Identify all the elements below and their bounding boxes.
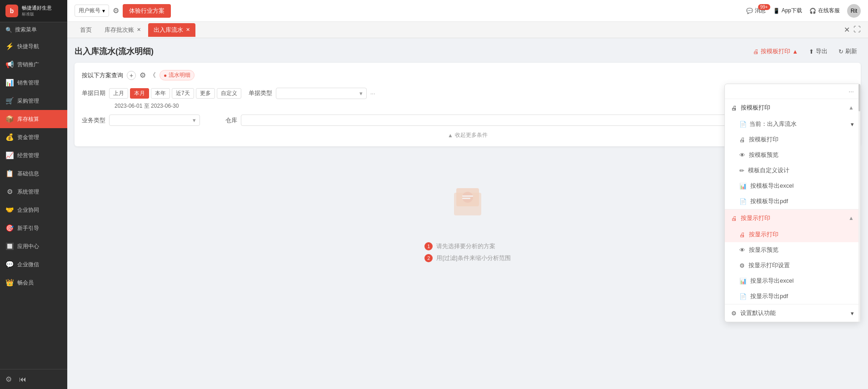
sidebar-item-appstore[interactable]: 🔲 应用中心 — [0, 237, 67, 255]
finance-icon: 💰 — [5, 133, 14, 141]
newbie-icon: 🎯 — [5, 224, 14, 232]
appstore-icon: 🔲 — [5, 242, 14, 250]
content-area: 出入库流水(流水明细) 🖨 按模板打印 ▲ ⬆ 导出 ↻ 刷新 — [67, 38, 868, 389]
operations-icon: 📈 — [5, 151, 14, 160]
date-btn-custom[interactable]: 自定义 — [217, 88, 241, 99]
dp-display-header[interactable]: 🖨 按显示打印 ▲ — [725, 209, 860, 227]
dp-template-pdf-item[interactable]: 📄 按模板导出pdf — [725, 194, 860, 209]
dp-template-preview-item[interactable]: 👁 按模板预览 — [725, 147, 860, 163]
tab-home[interactable]: 首页 — [75, 23, 97, 37]
message-icon: 💬 — [746, 8, 753, 14]
dp-display-excel-item[interactable]: 📊 按显示导出excel — [725, 273, 860, 289]
empty-illustration — [445, 179, 490, 233]
sidebar-item-finance[interactable]: 💰 资金管理 — [0, 128, 67, 146]
biztype-select[interactable]: ▾ — [109, 115, 200, 126]
date-buttons: 上月 本月 本年 近7天 更多 自定义 — [109, 88, 241, 99]
maximize-window-icon[interactable]: ⛶ — [853, 25, 861, 34]
message-btn[interactable]: 💬 消息 99+ — [746, 7, 766, 15]
dp-settings-footer[interactable]: ⚙ 设置默认功能 ▾ — [725, 304, 860, 322]
sidebar-item-sales[interactable]: 📊 销售管理 — [0, 74, 67, 92]
sidebar-item-purchase[interactable]: 🛒 采购管理 — [0, 92, 67, 110]
quicknav-icon: ⚡ — [5, 42, 14, 50]
sidebar-item-inventory[interactable]: 📦 库存核算 — [0, 110, 67, 128]
date-btn-more[interactable]: 更多 — [196, 88, 215, 99]
dropdown-more-icon[interactable]: ··· — [848, 88, 854, 95]
date-btn-thisyear[interactable]: 本年 — [151, 88, 170, 99]
sidebar-item-newbie[interactable]: 🎯 新手引导 — [0, 219, 67, 237]
sidebar-item-system[interactable]: ⚙ 系统管理 — [0, 183, 67, 201]
filter-date-field: 单据日期 上月 本月 本年 近7天 更多 自定义 — [82, 88, 241, 99]
header: 用户账号 ▾ ⚙ 体验行业方案 💬 消息 99+ 📱 App下载 🎧 在线客服 … — [67, 0, 868, 22]
user-selector[interactable]: 用户账号 ▾ — [75, 5, 109, 17]
collapse-sidebar-icon[interactable]: ⏮ — [19, 375, 26, 384]
dp-display-print-item[interactable]: 🖨 按显示打印 — [725, 227, 860, 242]
print-btn[interactable]: 🖨 按模板打印 ▲ — [749, 45, 802, 57]
filter-collapse-btn[interactable]: 《 — [150, 71, 156, 80]
trial-btn[interactable]: 体验行业方案 — [123, 4, 171, 18]
settings-footer-icon[interactable]: ⚙ — [5, 375, 12, 384]
doctype-more-icon[interactable]: ··· — [370, 90, 375, 97]
filter-chip-liushui[interactable]: ● 流水明细 — [160, 70, 195, 80]
date-btn-7days[interactable]: 近7天 — [172, 88, 194, 99]
filter-header: 按以下方案查询 + ⚙ 《 ● 流水明细 — [82, 70, 853, 80]
date-btn-lastmonth[interactable]: 上月 — [109, 88, 128, 99]
empty-hints: 1 请先选择要分析的方案 2 用[过滤]条件来缩小分析范围 — [424, 242, 510, 266]
dp-display-preview-item[interactable]: 👁 按显示预览 — [725, 242, 860, 258]
current-template-icon: 📄 — [739, 121, 747, 128]
dp-template-custom-item[interactable]: ✏ 模板自定义设计 — [725, 163, 860, 178]
svg-rect-3 — [462, 195, 473, 197]
sidebar-item-operations[interactable]: 📈 经营管理 — [0, 146, 67, 165]
app-download-btn[interactable]: 📱 App下载 — [773, 7, 802, 15]
scrollbar-thumb[interactable] — [858, 84, 860, 111]
tab-flow[interactable]: 出入库流水 ✕ — [148, 23, 195, 37]
sidebar-footer: ⚙ ⏮ — [0, 369, 67, 389]
filter-add-btn[interactable]: + — [127, 71, 136, 80]
dp-template-collapse-icon: ▲ — [848, 105, 854, 111]
dp-display-pdf-icon: 📄 — [739, 293, 747, 300]
header-left: 用户账号 ▾ ⚙ 体验行业方案 — [75, 4, 741, 18]
sidebar-search[interactable]: 🔍 搜索菜单 — [0, 22, 67, 37]
sidebar-item-basic-info[interactable]: 📋 基础信息 — [0, 165, 67, 183]
main-area: 用户账号 ▾ ⚙ 体验行业方案 💬 消息 99+ 📱 App下载 🎧 在线客服 … — [67, 0, 868, 389]
sidebar-item-marketing[interactable]: 📢 营销推广 — [0, 55, 67, 74]
settings-footer-arrow-icon: ▾ — [851, 310, 854, 317]
dp-template-title: 🖨 按模板打印 — [731, 104, 770, 112]
settings-gear-icon[interactable]: ⚙ — [113, 6, 119, 15]
sidebar-item-wechat[interactable]: 💬 企业微信 — [0, 255, 67, 274]
online-service-btn[interactable]: 🎧 在线客服 — [809, 7, 840, 15]
sidebar-item-quicknav[interactable]: ⚡ 快捷导航 — [0, 37, 67, 55]
biztype-label: 业务类型 — [82, 116, 105, 125]
dp-display-pdf-item[interactable]: 📄 按显示导出pdf — [725, 289, 860, 304]
dp-display-excel-icon: 📊 — [739, 278, 747, 284]
dp-display-settings-item[interactable]: ⚙ 按显示打印设置 — [725, 258, 860, 273]
close-window-icon[interactable]: ✕ — [844, 25, 850, 34]
tab-flow-close[interactable]: ✕ — [186, 27, 190, 33]
dp-current-submenu[interactable]: 📄 当前：出入库流水 ▾ — [725, 116, 860, 132]
app-logo-icon: b — [5, 5, 18, 17]
dp-section-display: 🖨 按显示打印 ▲ 🖨 按显示打印 👁 按显示预览 ⚙ 按显示打印设置 — [725, 209, 860, 304]
system-icon: ⚙ — [5, 188, 14, 196]
user-avatar[interactable]: Rit — [847, 4, 861, 18]
scrollbar-track — [858, 84, 860, 322]
svg-point-2 — [462, 192, 473, 203]
date-btn-thismonth[interactable]: 本月 — [130, 88, 149, 99]
sidebar-item-member[interactable]: 👑 畅会员 — [0, 274, 67, 292]
doctype-select[interactable]: ▾ — [276, 88, 367, 99]
dp-template-print-item[interactable]: 🖨 按模板打印 — [725, 132, 860, 147]
dp-display-settings-icon: ⚙ — [739, 262, 745, 269]
hint-1: 1 请先选择要分析的方案 — [424, 242, 510, 250]
collapse-up-icon: ▲ — [448, 132, 453, 139]
refresh-btn[interactable]: ↻ 刷新 — [835, 45, 861, 57]
tab-batch-close[interactable]: ✕ — [137, 27, 141, 33]
dp-template-header[interactable]: 🖨 按模板打印 ▲ — [725, 99, 860, 116]
dp-template-excel-item[interactable]: 📊 按模板导出excel — [725, 178, 860, 194]
dp-template-custom-icon: ✏ — [739, 167, 744, 174]
tab-batch[interactable]: 库存批次账 ✕ — [99, 23, 146, 37]
app-name-text: 畅捷通好生意 标准版 — [22, 5, 52, 17]
dp-display-title: 🖨 按显示打印 — [731, 214, 770, 222]
page-title: 出入库流水(流水明细) — [75, 46, 154, 57]
sidebar-item-collab[interactable]: 🤝 企业协同 — [0, 201, 67, 219]
export-btn[interactable]: ⬆ 导出 — [805, 45, 831, 57]
collab-icon: 🤝 — [5, 206, 14, 214]
filter-settings-btn[interactable]: ⚙ — [140, 71, 146, 80]
